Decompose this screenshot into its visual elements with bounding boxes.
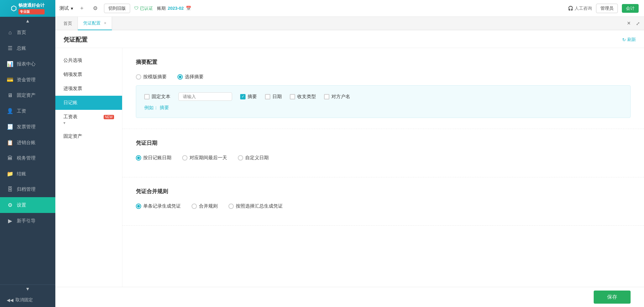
tabbar: 首页 凭证配置 × × ⤢ [55, 17, 644, 30]
content-area: 公共选项 销项发票 进项发票 日记账 工资表 NEW ▾ 固定资产 [55, 48, 644, 307]
headset-icon: 🎧 [568, 6, 573, 11]
home-icon: ⌂ [7, 30, 13, 36]
radio-period-last[interactable]: 对应期间最后一天 [182, 155, 227, 161]
certified-badge: 🛡 已认证 [134, 5, 153, 11]
sidebar-item-salary[interactable]: 👤 工资 [0, 103, 55, 119]
sidebar-item-archive[interactable]: 🗄 归档管理 [0, 182, 55, 197]
trade-icon: 📋 [7, 139, 13, 146]
gear-icon[interactable]: ⚙ [91, 4, 100, 13]
settings-icon: ⚙ [7, 202, 13, 208]
service-button[interactable]: 🎧 人工咨询 [568, 5, 592, 11]
example-text: 例如： 摘要 [144, 105, 622, 111]
guide-icon: ▶ [7, 218, 13, 224]
sidebar-item-label: 归档管理 [17, 186, 36, 192]
cancel-pin-button[interactable]: ◀◀ 取消固定 [0, 293, 55, 307]
sidebar-scroll-up[interactable]: ▲ [0, 17, 55, 25]
checkbox-fixed-text[interactable]: 固定文本 [144, 94, 170, 100]
sidebar-item-home[interactable]: ⌂ 首页 [0, 25, 55, 40]
left-nav-item-payroll[interactable]: 工资表 NEW ▾ [55, 110, 122, 129]
radio-custom-date[interactable]: 自定义日期 [238, 155, 269, 161]
radio-journal-date[interactable]: 按日记账日期 [136, 155, 171, 161]
radio-circle-single [136, 204, 141, 209]
close-window-icon[interactable]: × [626, 18, 632, 28]
radio-single[interactable]: 单条记录生成凭证 [136, 203, 181, 209]
left-nav-item-fixed[interactable]: 固定资产 [55, 129, 122, 143]
sidebar-item-label: 结账 [17, 171, 26, 177]
sidebar-item-invoice[interactable]: 🧾 发票管理 [0, 119, 55, 135]
sidebar-item-ledger[interactable]: ☰ 总账 [0, 40, 55, 56]
sidebar-item-label: 进销台账 [17, 140, 36, 146]
topbar-right: 🎧 人工咨询 管理员 会计 [568, 4, 639, 13]
sidebar-item-report[interactable]: 📊 报表中心 [0, 56, 55, 72]
refresh-button[interactable]: ↻ 刷新 [622, 37, 636, 43]
radio-select-summary[interactable]: 选择摘要 [177, 74, 204, 80]
left-nav: 公共选项 销项发票 进项发票 日记账 工资表 NEW ▾ 固定资产 [55, 48, 122, 307]
new-badge: NEW [104, 115, 114, 119]
summary-radio-group: 按模版摘要 选择摘要 [136, 74, 631, 80]
app-logo: ⬡ 畅捷通好会计 专业版 [0, 0, 55, 17]
sidebar-item-label: 税务管理 [17, 155, 36, 161]
project-name: 测试 [59, 5, 69, 11]
summary-section: 摘要配置 按模版摘要 选择摘要 固定文本 [122, 48, 644, 129]
tab-voucher-config-label: 凭证配置 [83, 20, 101, 26]
calendar-icon[interactable]: 📅 [186, 6, 191, 11]
left-nav-item-sales[interactable]: 销项发票 [55, 68, 122, 82]
fixed-text-input[interactable] [178, 92, 232, 101]
tax-icon: 🏛 [7, 155, 13, 161]
sidebar: ▲ ⌂ 首页 ☰ 总账 📊 报表中心 💳 资金管理 🖥 固定资产 👤 工资 🧾 … [0, 17, 55, 307]
project-selector[interactable]: 测试 ▾ [59, 5, 73, 11]
role-button[interactable]: 会计 [622, 4, 639, 13]
checkbox-box-income-type [290, 94, 295, 99]
sidebar-item-tax[interactable]: 🏛 税务管理 [0, 150, 55, 166]
payroll-nav-inner: 工资表 NEW [63, 114, 114, 120]
sidebar-item-label: 总账 [17, 45, 26, 51]
sidebar-scroll-down[interactable]: ▼ [0, 285, 55, 293]
asset-icon: 🖥 [7, 92, 13, 98]
archive-icon: 🗄 [7, 186, 13, 192]
save-button[interactable]: 保存 [594, 291, 631, 304]
checkbox-counterpart[interactable]: 对方户名 [324, 94, 350, 100]
tab-voucher-config[interactable]: 凭证配置 × [78, 17, 112, 30]
page-header-wrap: 凭证配置 ↻ 刷新 [55, 30, 644, 48]
tabbar-actions: × ⤢ [626, 18, 641, 28]
main-area: 首页 凭证配置 × × ⤢ 凭证配置 ↻ 刷新 公共选项 销项发票 [55, 17, 644, 307]
page-header: 凭证配置 ↻ 刷新 [55, 30, 644, 48]
radio-merge-rule[interactable]: 合并规则 [192, 203, 218, 209]
salary-icon: 👤 [7, 108, 13, 114]
page-title: 凭证配置 [63, 36, 88, 44]
report-icon: 📊 [7, 61, 13, 67]
radio-circle-select-summary [228, 204, 234, 209]
checkbox-date[interactable]: 日期 [265, 94, 282, 100]
checkbox-income-type[interactable]: 收支类型 [290, 94, 316, 100]
right-content: 摘要配置 按模版摘要 选择摘要 固定文本 [122, 48, 644, 307]
left-nav-item-purchase[interactable]: 进项发票 [55, 82, 122, 96]
left-nav-item-public[interactable]: 公共选项 [55, 53, 122, 68]
radio-select-summary-merge[interactable]: 按照选择汇总生成凭证 [228, 203, 283, 209]
date-section: 凭证日期 按日记账日期 对应期间最后一天 自定义日期 [122, 129, 644, 177]
checkbox-abstract[interactable]: 摘要 [240, 94, 257, 100]
add-icon[interactable]: ＋ [77, 4, 87, 13]
summary-checkbox-section: 固定文本 摘要 日期 收支类型 [136, 85, 631, 118]
expand-icon[interactable]: ⤢ [635, 19, 641, 28]
ledger-icon: ☰ [7, 45, 13, 51]
sidebar-item-guide[interactable]: ▶ 新手引导 [0, 213, 55, 229]
sidebar-item-label: 固定资产 [17, 92, 36, 98]
sidebar-item-finance[interactable]: 💳 资金管理 [0, 72, 55, 88]
switch-version-button[interactable]: 切到旧版 [104, 4, 130, 13]
radio-circle-template [136, 74, 141, 80]
sidebar-item-asset[interactable]: 🖥 固定资产 [0, 88, 55, 103]
sidebar-item-label: 资金管理 [17, 77, 36, 83]
chevron-down-icon: ▾ [63, 121, 65, 125]
sidebar-item-settings[interactable]: ⚙ 设置 [0, 197, 55, 213]
radio-template-summary[interactable]: 按模版摘要 [136, 74, 167, 80]
shield-icon: 🛡 [134, 6, 139, 11]
left-nav-item-journal[interactable]: 日记账 [55, 96, 122, 110]
sidebar-item-label: 设置 [17, 202, 26, 208]
tab-home[interactable]: 首页 [58, 17, 78, 30]
tab-close-icon[interactable]: × [104, 21, 106, 26]
user-button[interactable]: 管理员 [596, 4, 618, 13]
checkbox-box-counterpart [324, 94, 329, 99]
sidebar-item-close[interactable]: 📁 结账 [0, 166, 55, 182]
sidebar-item-trade[interactable]: 📋 进销台账 [0, 135, 55, 150]
sidebar-item-label: 首页 [17, 30, 26, 36]
